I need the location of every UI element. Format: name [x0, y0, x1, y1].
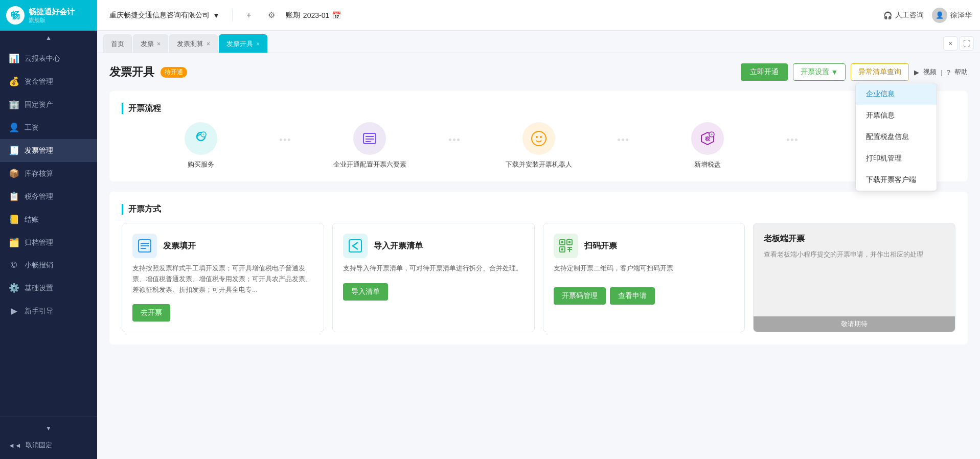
shuiwu-icon: 📋	[8, 191, 19, 202]
method-fill-desc: 支持按照发票样式手工填开发票；可开具增值税电子普通发票、增值税普通发票、增值税专…	[132, 263, 313, 295]
process-step-buy: + 购买服务	[122, 122, 280, 169]
tab-fapiao-close[interactable]: ×	[157, 40, 161, 48]
method-scan-desc: 支持定制开票二维码，客户端可扫码开票	[554, 263, 735, 274]
tab-expand-btn[interactable]: ⛶	[960, 36, 974, 51]
method-fill-header: 发票填开	[132, 234, 313, 258]
process-section-title: 开票流程	[122, 103, 955, 114]
settings-chevron-icon: ▼	[831, 68, 838, 76]
process-step-config: 企业开通配置开票六要素	[290, 122, 448, 169]
step-label-download: 下载并安装开票机器人	[506, 160, 572, 169]
company-name: 重庆畅捷交通信息咨询有限公司	[109, 11, 210, 20]
gudingzichan-icon: 🏢	[8, 99, 19, 110]
svg-point-9	[532, 131, 546, 146]
method-card-boss: 老板端开票 查看老板端小程序提交的开票申请，并作出相应的处理 敬请期待	[753, 223, 955, 332]
method-scan-icon	[554, 234, 578, 258]
tab-fapiao-cesuan-close[interactable]: ×	[207, 40, 210, 48]
avatar: 👤	[932, 8, 947, 23]
sidebar-scroll-down[interactable]: ▼	[0, 421, 97, 435]
method-fill-title: 发票填开	[163, 241, 196, 251]
svg-rect-29	[568, 241, 571, 243]
method-boss-title: 老板端开票	[764, 234, 805, 244]
method-scan-title: 扫码开票	[584, 241, 617, 251]
method-boss-header: 老板端开票	[764, 234, 945, 244]
sidebar-logo: 畅 畅捷通好会计 旗舰版	[0, 0, 97, 31]
sidebar-item-zijin[interactable]: 💰 资金管理	[0, 70, 97, 93]
activate-btn[interactable]: 立即开通	[741, 63, 788, 81]
svg-text:+: +	[202, 133, 204, 136]
sidebar-scroll-up[interactable]: ▲	[0, 31, 97, 45]
svg-rect-28	[561, 241, 563, 243]
sidebar-item-jiezhang[interactable]: 📒 结账	[0, 208, 97, 231]
topbar-divider-1	[232, 9, 233, 21]
page-title-area: 发票开具 待开通	[109, 64, 187, 80]
dropdown-item-enterprise-info[interactable]: 企业信息	[856, 83, 937, 105]
step-label-config: 企业开通配置开票六要素	[333, 160, 406, 169]
sidebar-item-xinshouyindao[interactable]: ▶ 新手引导	[0, 300, 97, 323]
method-scan-btn2[interactable]: 查看申请	[610, 287, 655, 305]
step-icon-download	[522, 122, 555, 155]
process-step-taxdisk: 税 + 新增税盘	[628, 122, 786, 169]
tab-close-btn[interactable]: ×	[943, 36, 958, 51]
app-logo-text: 畅捷通好会计 旗舰版	[29, 7, 75, 24]
dropdown-item-printer[interactable]: 打印机管理	[856, 148, 937, 169]
fapiao-icon: 🧾	[8, 145, 19, 156]
consulting-btn[interactable]: 🎧 人工咨询	[883, 11, 924, 20]
step-icon-buy: +	[185, 122, 217, 155]
svg-rect-30	[561, 248, 563, 250]
tab-fapiao-cesuan[interactable]: 发票测算 ×	[169, 34, 218, 53]
sidebar-bottom: ▼ ◄◄ 取消固定	[0, 417, 97, 459]
settings-gear-btn[interactable]: ⚙	[263, 7, 280, 24]
method-scan-btn1[interactable]: 开票码管理	[554, 287, 606, 305]
method-fill-btn[interactable]: 去开票	[132, 304, 170, 322]
process-card: 开票流程 + 购买服务	[109, 91, 968, 181]
method-card-import: 导入开票清单 支持导入待开票清单，可对待开票清单进行拆分、合并处理。 导入清单	[332, 223, 535, 332]
tab-fapiao[interactable]: 发票 ×	[133, 34, 168, 53]
sidebar-item-xiaochang[interactable]: © 小畅报销	[0, 254, 97, 277]
dropdown-item-download-client[interactable]: 下载开票客户端	[856, 169, 937, 191]
xiaochang-icon: ©	[8, 260, 19, 270]
status-badge: 待开通	[161, 67, 187, 78]
method-import-icon	[343, 234, 368, 258]
sidebar-item-fapiao[interactable]: 🧾 发票管理	[0, 139, 97, 162]
calendar-icon: 📅	[332, 11, 341, 19]
sidebar-item-jichushezhi[interactable]: ⚙️ 基础设置	[0, 277, 97, 300]
svg-text:税: 税	[704, 136, 711, 142]
sidebar-item-yunbao[interactable]: 📊 云报表中心	[0, 47, 97, 70]
sidebar-item-shuiwu[interactable]: 📋 税务管理	[0, 185, 97, 208]
method-card-scan: 扫码开票 支持定制开票二维码，客户端可扫码开票 开票码管理 查看申请	[543, 223, 745, 332]
sidebar-item-kucun[interactable]: 📦 库存核算	[0, 162, 97, 185]
exception-btn[interactable]: 异常清单查询	[851, 63, 909, 81]
method-boss-overlay: 敬请期待	[754, 316, 955, 332]
process-flow: + 购买服务 企业开通配置开票六要素	[122, 122, 955, 169]
settings-btn[interactable]: 开票设置 ▼	[793, 63, 846, 81]
xinshouyindao-icon: ▶	[8, 306, 19, 316]
process-step-download: 下载并安装开票机器人	[460, 122, 618, 169]
company-selector[interactable]: 重庆畅捷交通信息咨询有限公司 ▼	[105, 9, 224, 22]
jichushezhi-icon: ⚙️	[8, 283, 19, 293]
sidebar: 畅 畅捷通好会计 旗舰版 ▲ 📊 云报表中心 💰 资金管理 🏢 固定资产 👤 工…	[0, 0, 97, 459]
sidebar-item-guidang[interactable]: 🗂️ 归档管理	[0, 231, 97, 254]
user-profile-btn[interactable]: 👤 徐泽华	[932, 8, 972, 23]
dropdown-item-tax-disk[interactable]: 配置税盘信息	[856, 126, 937, 148]
add-company-btn[interactable]: +	[241, 7, 257, 24]
sidebar-item-gudingzichan[interactable]: 🏢 固定资产	[0, 93, 97, 116]
dropdown-item-invoice-info[interactable]: 开票信息	[856, 105, 937, 126]
page-title: 发票开具	[109, 64, 154, 80]
method-boss-desc: 查看老板端小程序提交的开票申请，并作出相应的处理	[764, 249, 945, 260]
connector-1	[280, 139, 290, 153]
method-scan-header: 扫码开票	[554, 234, 735, 258]
yunbao-icon: 📊	[8, 53, 19, 64]
sidebar-item-gongzi[interactable]: 👤 工资	[0, 116, 97, 139]
headset-icon: 🎧	[883, 11, 892, 19]
sidebar-nav: 📊 云报表中心 💰 资金管理 🏢 固定资产 👤 工资 🧾 发票管理 📦 库存核算…	[0, 45, 97, 417]
step-icon-config	[353, 122, 386, 155]
gongzi-icon: 👤	[8, 122, 19, 133]
methods-section-title: 开票方式	[122, 204, 955, 215]
sidebar-cancel-btn[interactable]: ◄◄ 取消固定	[0, 435, 97, 455]
red-arrow	[855, 102, 858, 119]
kucun-icon: 📦	[8, 168, 19, 179]
tab-home[interactable]: 首页	[103, 34, 132, 53]
tab-fapiao-kaijia-close[interactable]: ×	[256, 40, 260, 48]
method-import-btn[interactable]: 导入清单	[343, 283, 388, 301]
tab-fapiao-kaijia[interactable]: 发票开具 ×	[219, 34, 267, 53]
